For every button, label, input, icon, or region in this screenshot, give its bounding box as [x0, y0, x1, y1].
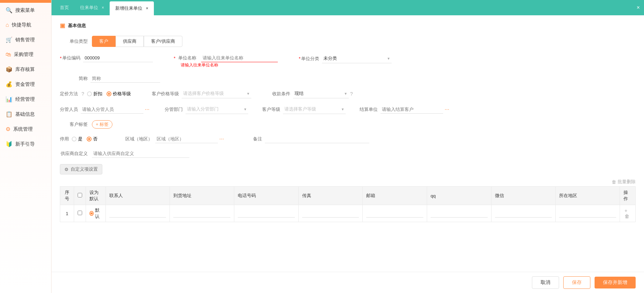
short-name-row: 简称: [60, 74, 636, 83]
manager-more-btn[interactable]: ···: [143, 106, 151, 113]
radio-price-level[interactable]: 价格等级: [107, 91, 131, 97]
row-region-input[interactable]: [559, 209, 616, 218]
short-name-label: 简称: [60, 75, 88, 82]
delete-row-button[interactable]: 🗑: [623, 213, 630, 219]
tab-new-partner-close[interactable]: ×: [146, 6, 148, 11]
sidebar-item-quicknav[interactable]: ⌂ 快捷导航: [0, 18, 51, 32]
sidebar-label-purchase: 采购管理: [14, 51, 33, 58]
row-region-cell: [556, 205, 620, 222]
row-address-cell: [170, 205, 234, 222]
tab-home-label: 首页: [60, 5, 69, 11]
col-qq: qq: [427, 187, 491, 205]
sidebar-item-finance[interactable]: 💰 资金管理: [0, 77, 51, 92]
customer-tag-label: 客户标签: [60, 121, 88, 128]
unit-category-select[interactable]: 未分类 ▼: [322, 54, 392, 63]
supplier-custom-input[interactable]: [92, 149, 189, 158]
tab-partners[interactable]: 往来单位 ×: [74, 0, 110, 15]
delete-icon: 🗑: [612, 179, 616, 185]
disabled-no-dot: [88, 138, 90, 140]
add-tag-button[interactable]: + 标签: [92, 120, 112, 129]
row-qq-cell: [427, 205, 491, 222]
region-more-btn[interactable]: ···: [218, 136, 225, 142]
payment-terms-select[interactable]: 现结 ▼: [293, 89, 349, 98]
disabled-yes-label: 是: [78, 136, 83, 142]
remark-input[interactable]: [265, 135, 369, 143]
radio-disabled-no[interactable]: 否: [87, 136, 97, 142]
customer-level-select[interactable]: 请选择客户等级 ▼: [283, 105, 346, 114]
unit-code-label: 单位编码: [62, 55, 80, 61]
unit-type-customer[interactable]: 客户: [92, 36, 116, 47]
tab-partners-close[interactable]: ×: [102, 5, 104, 10]
pricing-help-icon[interactable]: ?: [81, 91, 84, 97]
row-fax-input[interactable]: [302, 209, 359, 218]
unit-type-both[interactable]: 客户/供应商: [144, 36, 182, 47]
unit-name-input[interactable]: [201, 54, 278, 62]
manager-field: 分管人员 ···: [60, 105, 151, 114]
short-name-input[interactable]: [91, 74, 160, 83]
payment-help-icon[interactable]: ?: [350, 91, 353, 97]
unit-code-field: * 单位编码: [60, 54, 153, 62]
save-and-new-button[interactable]: 保存并新增: [595, 277, 636, 288]
batch-delete-label[interactable]: 批量删除: [618, 179, 636, 185]
row-phone-input[interactable]: [238, 209, 295, 218]
department-label: 分管部门: [165, 106, 183, 113]
chevron-down-icon: ▼: [387, 57, 390, 60]
col-region: 所在地区: [556, 187, 620, 205]
select-all-checkbox[interactable]: [78, 193, 82, 197]
settlement-input[interactable]: [380, 105, 443, 114]
sidebar-item-purchase[interactable]: 🛍 采购管理: [0, 47, 51, 62]
row-qq-input[interactable]: [431, 209, 488, 218]
default-radio-dot: [91, 212, 93, 214]
row-wechat-cell: [491, 205, 556, 222]
cancel-button[interactable]: 取消: [532, 276, 559, 289]
manager-input[interactable]: [81, 105, 143, 114]
unit-code-input[interactable]: [83, 54, 153, 62]
system-icon: ⚙: [6, 126, 10, 132]
add-row-button[interactable]: +: [623, 208, 628, 213]
settlement-more-btn[interactable]: ···: [443, 106, 450, 113]
tag-row: 客户标签 + 标签: [60, 120, 636, 129]
row-address-input[interactable]: [173, 209, 230, 218]
tab-bar-close-all[interactable]: ×: [637, 5, 640, 11]
row-email-input[interactable]: [366, 209, 423, 218]
sales-icon: 🛒: [6, 36, 13, 43]
region-input[interactable]: [155, 135, 218, 143]
radio-discount[interactable]: 折扣: [87, 91, 102, 97]
customer-price-select[interactable]: 请选择客户价格等级 ▼: [182, 89, 251, 98]
manager-row: 分管人员 ··· 分管部门 请输入分管部门 ▼ 客户等级 请选择客户等级 ▼: [60, 105, 636, 114]
tab-new-partner[interactable]: 新增往来单位 ×: [110, 1, 154, 15]
operation-icon: 📊: [6, 96, 13, 103]
unit-category-label: 单位分类: [301, 56, 319, 62]
payment-terms-chevron: ▼: [344, 92, 347, 96]
unit-type-supplier[interactable]: 供应商: [116, 36, 144, 47]
row-contact-input[interactable]: [109, 209, 166, 218]
row-default-cell: 默认: [86, 205, 106, 222]
sidebar-item-inventory[interactable]: 📦 库存核算: [0, 62, 51, 77]
save-button[interactable]: 保存: [563, 276, 590, 289]
supplier-custom-label: 供应商自定义: [60, 150, 88, 157]
tab-home[interactable]: 首页: [54, 0, 74, 15]
department-select[interactable]: 请输入分管部门 ▼: [186, 105, 248, 114]
req-star-name: *: [174, 56, 175, 61]
row-wechat-input[interactable]: [495, 209, 552, 218]
section-basic-info: ▣ 基本信息: [60, 22, 636, 29]
sidebar-item-sales[interactable]: 🛒 销售管理: [0, 32, 51, 47]
radio-disabled-yes[interactable]: 是: [72, 136, 83, 142]
col-seq: 序号: [60, 187, 74, 205]
sidebar-item-guide[interactable]: 🔰 新手引导: [0, 137, 51, 152]
req-star-cat: *: [299, 56, 300, 61]
row-checkbox[interactable]: [78, 211, 82, 215]
radio-discount-circle: [87, 91, 92, 96]
remark-field: 备注: [253, 135, 369, 143]
department-field: 分管部门 请输入分管部门 ▼: [165, 105, 248, 114]
sidebar-item-system[interactable]: ⚙ 系统管理: [0, 122, 51, 137]
sidebar-label-finance: 资金管理: [15, 81, 35, 88]
sidebar-item-search[interactable]: 🔍 搜索菜单: [0, 3, 51, 18]
row-fax-cell: [298, 205, 363, 222]
sidebar-item-basic[interactable]: 📋 基础信息: [0, 107, 51, 122]
row-default-radio[interactable]: 默认: [89, 207, 102, 220]
custom-settings-button[interactable]: ⚙ 自定义项设置: [60, 164, 102, 174]
department-placeholder: 请输入分管部门: [187, 106, 242, 112]
customer-level-label: 客户等级: [262, 106, 280, 113]
sidebar-item-operation[interactable]: 📊 经营管理: [0, 92, 51, 107]
